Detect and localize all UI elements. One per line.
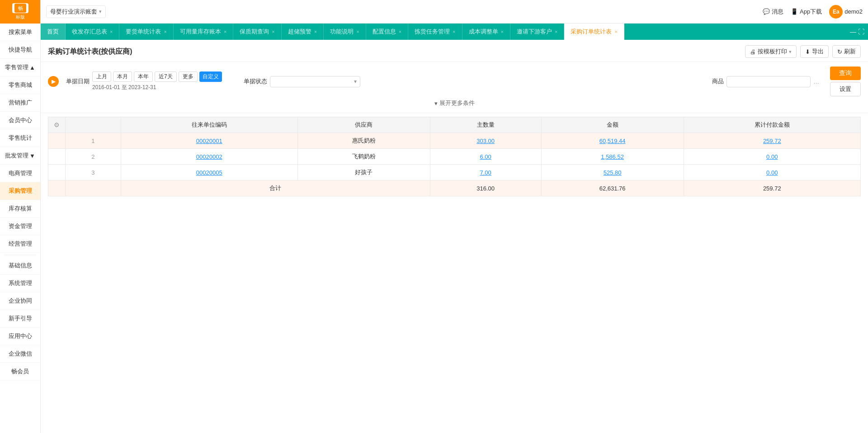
row-paid-amount[interactable]: 259.72 (684, 133, 860, 149)
tab-close-purchase-order-stat[interactable]: × (614, 29, 617, 34)
topbar-account-dropdown[interactable]: 母婴行业演示账套 ▾ (46, 5, 106, 18)
row-paid-amount[interactable]: 0.00 (684, 149, 860, 165)
sidebar-item-vip-member[interactable]: 畅会员 (0, 363, 40, 381)
col-supplier: 供应商 (297, 117, 430, 133)
tab-function-desc[interactable]: 功能说明 × (324, 24, 366, 40)
date-filter-label: 单据日期 (66, 77, 90, 86)
tab-close-function-desc[interactable]: × (356, 29, 359, 34)
sidebar-item-enterprise-wechat[interactable]: 企业微信 (0, 345, 40, 363)
table-row: 1 00020001 惠氏奶粉 303.00 60,519.44 259.72 (48, 133, 861, 149)
date-btn-custom[interactable]: 自定义 (199, 71, 222, 82)
date-btn-7days[interactable]: 近7天 (155, 71, 177, 82)
row-supplier-code[interactable]: 00020002 (121, 149, 297, 165)
row-main-qty[interactable]: 6.00 (430, 149, 541, 165)
row-supplier-code[interactable]: 00020001 (121, 133, 297, 149)
filter-toggle-button[interactable]: ▶ (48, 76, 59, 87)
tab-maximize-icon[interactable]: ⛶ (858, 28, 864, 35)
tab-close-config-info[interactable]: × (399, 29, 401, 34)
row-supplier: 飞鹤奶粉 (297, 149, 430, 165)
tab-receive-summary[interactable]: 收发存汇总表 × (66, 24, 119, 40)
message-action[interactable]: 💬 消息 (763, 8, 783, 16)
sidebar-item-app-center[interactable]: 应用中心 (0, 328, 40, 345)
sidebar-item-retail-shop[interactable]: 零售商城 (0, 76, 40, 94)
more-options-icon[interactable]: … (813, 78, 819, 85)
row-amount[interactable]: 1,586.52 (541, 149, 684, 165)
tab-expiry-query[interactable]: 保质期查询 × (233, 24, 281, 40)
sidebar-logo: 畅 标版 (0, 0, 40, 24)
sidebar-item-retail-stat[interactable]: 零售统计 (0, 129, 40, 147)
row-amount[interactable]: 525.80 (541, 165, 684, 181)
app-download-action[interactable]: 📱 App下载 (791, 8, 822, 16)
date-btn-more[interactable]: 更多 (179, 71, 198, 82)
tab-close-receive-summary[interactable]: × (110, 29, 113, 34)
sidebar-quick-nav[interactable]: 快捷导航 (0, 41, 40, 59)
mobile-icon: 📱 (791, 8, 798, 15)
sidebar-item-marketing[interactable]: 营销推广 (0, 94, 40, 112)
tab-close-available-inventory[interactable]: × (224, 29, 226, 34)
tab-close-pick-task[interactable]: × (453, 29, 455, 34)
summary-gear-cell (48, 181, 66, 196)
date-btn-last-month[interactable]: 上月 (92, 71, 111, 82)
tab-cost-adjust[interactable]: 成本调整单 × (462, 24, 510, 40)
sidebar-item-purchase-mgmt[interactable]: 采购管理 (0, 182, 40, 200)
tab-close-expiry-query[interactable]: × (272, 29, 274, 34)
expand-more-btn[interactable]: ▾ 展开更多条件 (48, 96, 861, 108)
row-num-cell: 3 (66, 165, 121, 181)
tab-close-overstock-warning[interactable]: × (314, 29, 317, 34)
gear-icon[interactable]: ⚙ (54, 121, 60, 128)
sidebar-item-basic-info[interactable]: 基础信息 (0, 257, 40, 275)
summary-amount: 62,631.76 (541, 181, 684, 196)
page-title: 采购订单统计表(按供应商) (48, 47, 132, 57)
tab-config-info[interactable]: 配置信息 × (366, 24, 408, 40)
tab-close-invite-downstream[interactable]: × (555, 29, 557, 34)
goods-filter-input[interactable] (726, 76, 811, 87)
template-print-button[interactable]: 🖨 按模板打印 ▾ (745, 45, 797, 58)
sidebar-item-finance-mgmt[interactable]: 资金管理 (0, 218, 40, 235)
sidebar-item-wholesale-mgmt[interactable]: 批发管理 ▼ (0, 147, 40, 165)
sidebar-item-ecommerce-mgmt[interactable]: 电商管理 (0, 165, 40, 182)
date-btn-this-month[interactable]: 本月 (113, 71, 132, 82)
sidebar-item-enterprise-collab[interactable]: 企业协同 (0, 292, 40, 310)
row-main-qty[interactable]: 7.00 (430, 165, 541, 181)
col-paid-amount: 累计付款金额 (684, 117, 860, 133)
tab-invite-downstream[interactable]: 邀请下游客户 × (510, 24, 564, 40)
row-paid-amount[interactable]: 0.00 (684, 165, 860, 181)
summary-label-cell: 合计 (121, 181, 430, 196)
sidebar-item-ops-mgmt[interactable]: 经营管理 (0, 235, 40, 253)
sidebar-item-inventory[interactable]: 库存核算 (0, 200, 40, 218)
tab-purchase-summary[interactable]: 要货单统计表 × (119, 24, 173, 40)
row-amount[interactable]: 60,519.44 (541, 133, 684, 149)
page-content: 采购订单统计表(按供应商) 🖨 按模板打印 ▾ ⬇ 导出 ↻ 刷新 (41, 40, 868, 433)
status-select[interactable] (270, 76, 360, 87)
goods-filter-group: 商品 … (712, 76, 819, 87)
sidebar-item-system-mgmt[interactable]: 系统管理 (0, 275, 40, 292)
sidebar-item-member-center[interactable]: 会员中心 (0, 112, 40, 129)
tab-purchase-order-stat[interactable]: 采购订单统计表 × (564, 24, 624, 40)
row-gear-cell (48, 149, 66, 165)
tab-pick-task[interactable]: 拣货任务管理 × (408, 24, 462, 40)
dropdown-arrow-icon: ▾ (789, 49, 792, 55)
page-header-actions: 🖨 按模板打印 ▾ ⬇ 导出 ↻ 刷新 (745, 45, 861, 58)
tab-close-cost-adjust[interactable]: × (501, 29, 504, 34)
row-supplier-code[interactable]: 00020005 (121, 165, 297, 181)
sidebar-search[interactable]: 搜索菜单 (0, 24, 40, 41)
summary-row: 合计 316.00 62,631.76 259.72 (48, 181, 861, 196)
tab-close-purchase-summary[interactable]: × (164, 29, 166, 34)
tab-overstock-warning[interactable]: 超储预警 × (282, 24, 324, 40)
row-main-qty[interactable]: 303.00 (430, 133, 541, 149)
export-button[interactable]: ⬇ 导出 (800, 45, 829, 58)
tab-minimize-icon[interactable]: — (850, 28, 856, 35)
tab-available-inventory[interactable]: 可用量库存账本 × (174, 24, 233, 40)
user-action[interactable]: Ea demo2 (829, 5, 863, 19)
table-row: 3 00020005 好孩子 7.00 525.80 0.00 (48, 165, 861, 181)
search-button[interactable]: 查询 (830, 67, 861, 80)
sidebar-item-retail-mgmt[interactable]: 零售管理 ▲ (0, 59, 40, 76)
date-btn-this-year[interactable]: 本年 (134, 71, 153, 82)
row-num-cell: 2 (66, 149, 121, 165)
refresh-button[interactable]: ↻ 刷新 (832, 45, 861, 58)
tab-home[interactable]: 首页 (41, 24, 66, 40)
setting-button[interactable]: 设置 (830, 82, 861, 96)
sidebar-item-new-guide[interactable]: 新手引导 (0, 310, 40, 328)
col-supplier-code: 往来单位编码 (121, 117, 297, 133)
row-gear-cell (48, 165, 66, 181)
